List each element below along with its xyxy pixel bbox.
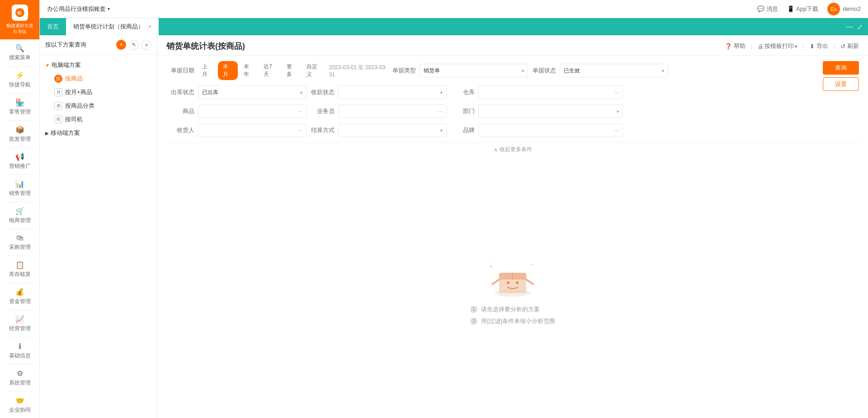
settlement-label: 结算方式 bbox=[307, 126, 338, 134]
sidebar-item-2[interactable]: 🏪零售管理 bbox=[7, 94, 33, 121]
staff-more: ··· bbox=[438, 108, 443, 114]
tree-child-1[interactable]: 月按月+商品 bbox=[40, 86, 157, 99]
template-print-button[interactable]: 🖨 按模板打印 ▾ bbox=[758, 42, 797, 50]
nav-icon-2: 🏪 bbox=[15, 98, 24, 107]
warehouse-status-value: 已出库 bbox=[202, 89, 300, 96]
avatar: Ea bbox=[827, 3, 840, 15]
collapse-bar[interactable]: ∧ 收起更多条件 bbox=[166, 142, 859, 156]
tab-close-icon[interactable]: × bbox=[148, 24, 151, 30]
tip-num-2: 2 bbox=[470, 318, 477, 325]
edit-icon: ✎ bbox=[132, 42, 136, 48]
divider2: | bbox=[802, 43, 804, 50]
brand-control[interactable]: ··· bbox=[478, 124, 623, 137]
doc-type-control[interactable]: 销货单 ▾ bbox=[420, 64, 528, 77]
nav-label-9: 资金管理 bbox=[9, 298, 31, 305]
sidebar-item-13[interactable]: 🤝企业协同 bbox=[7, 392, 33, 418]
app-download-label: App下载 bbox=[796, 5, 818, 13]
panel-header-label: 按以下方案查询 bbox=[45, 41, 86, 49]
doc-type-label: 单据类型 bbox=[388, 66, 420, 75]
edit-scheme-button[interactable]: ✎ bbox=[129, 40, 139, 50]
sidebar-item-1[interactable]: ⚡快捷导航 bbox=[7, 66, 33, 94]
left-panel: 按以下方案查询 + ✎ « ▼ 电脑端方案 bbox=[40, 35, 157, 418]
goods-control[interactable]: ··· bbox=[198, 104, 307, 118]
sidebar-item-4[interactable]: 📢营销推广 bbox=[7, 148, 33, 175]
sidebar-item-10[interactable]: 📈经营管理 bbox=[7, 310, 33, 337]
tab-active[interactable]: 销货单统计计划（按商品） × bbox=[66, 18, 159, 35]
help-icon: ❓ bbox=[725, 43, 732, 50]
tab-bar: 首页 销货单统计计划（按商品） × — ⤢ bbox=[40, 18, 868, 35]
date-group: 上月 本月 本年 近7天 更多 自定义 2023-03-01 至 2023-03… bbox=[198, 61, 388, 80]
tree-child-0[interactable]: 按按商品 bbox=[40, 72, 157, 86]
date-btn-7days[interactable]: 近7天 bbox=[259, 61, 280, 80]
child-label-2: 按商品分类 bbox=[65, 102, 94, 110]
user-profile[interactable]: Ea demo2 bbox=[827, 3, 861, 15]
sidebar-item-5[interactable]: 📊销售管理 bbox=[7, 175, 33, 202]
page-header: 销货单统计表(按商品) ❓ 帮助 | 🖨 按模板打印 ▾ | ⬇ bbox=[157, 35, 868, 56]
sidebar-item-0[interactable]: 🔍搜索菜单 bbox=[7, 39, 33, 66]
sidebar-item-8[interactable]: 📋库存核算 bbox=[7, 256, 33, 283]
warehouse-control[interactable]: ··· bbox=[478, 86, 623, 99]
industry-selector[interactable]: 办公用品行业模拟账套 ▾ bbox=[47, 5, 110, 13]
nav-icon-13: 🤝 bbox=[15, 396, 24, 405]
nav-label-11: 基础信息 bbox=[9, 352, 31, 360]
sidebar-item-7[interactable]: 🛍采购管理 bbox=[7, 229, 33, 256]
sidebar-item-6[interactable]: 🛒电商管理 bbox=[7, 202, 33, 229]
refresh-button[interactable]: ↺ 刷新 bbox=[840, 42, 859, 50]
filter-row-2: 出库状态 已出库 ▾ 收款状态 ▾ 仓库 bbox=[166, 86, 817, 99]
top-header: 办公用品行业模拟账套 ▾ 💬 消息 📱 App下载 Ea demo2 bbox=[40, 0, 868, 18]
help-button[interactable]: ❓ 帮助 bbox=[725, 42, 745, 50]
consignee-more: ··· bbox=[298, 127, 302, 133]
maximize-icon[interactable]: ⤢ bbox=[857, 23, 863, 31]
warehouse-label: 仓库 bbox=[447, 88, 478, 96]
nav-label-10: 经营管理 bbox=[9, 325, 31, 332]
brand-label: 品牌 bbox=[447, 126, 478, 134]
nav-icon-0: 🔍 bbox=[15, 44, 24, 52]
date-btn-this-year[interactable]: 本年 bbox=[240, 61, 258, 80]
sidebar-item-9[interactable]: 💰资金管理 bbox=[7, 283, 33, 310]
dept-arrow: ▾ bbox=[617, 109, 619, 114]
app-download-button[interactable]: 📱 App下载 bbox=[787, 5, 818, 13]
page-title: 销货单统计表(按商品) bbox=[166, 41, 245, 52]
collapse-panel-button[interactable]: « bbox=[142, 40, 151, 50]
tab-active-label: 销货单统计计划（按商品） bbox=[73, 23, 144, 31]
staff-control[interactable]: ··· bbox=[338, 104, 447, 118]
sidebar-item-3[interactable]: 📦批发管理 bbox=[7, 121, 33, 148]
avatar-text: Ea bbox=[831, 6, 837, 12]
warehouse-status-control[interactable]: 已出库 ▾ bbox=[198, 86, 307, 99]
user-name: demo2 bbox=[843, 5, 861, 12]
nav-label-12: 系统管理 bbox=[9, 379, 31, 387]
date-btn-custom[interactable]: 自定义 bbox=[302, 61, 326, 80]
export-icon: ⬇ bbox=[810, 43, 815, 50]
settings-button[interactable]: 设置 bbox=[823, 77, 859, 91]
add-scheme-button[interactable]: + bbox=[116, 40, 126, 50]
message-button[interactable]: 💬 消息 bbox=[757, 5, 778, 13]
date-btn-more[interactable]: 更多 bbox=[283, 61, 301, 80]
sidebar-item-12[interactable]: ⚙系统管理 bbox=[7, 365, 33, 392]
tip-num-1: 1 bbox=[470, 306, 477, 313]
payment-status-control[interactable]: ▾ bbox=[338, 86, 447, 99]
nav-label-13: 企业协同 bbox=[9, 406, 31, 414]
consignee-control[interactable]: ··· bbox=[198, 124, 307, 137]
minimize-icon[interactable]: — bbox=[846, 23, 853, 31]
svg-text:✦: ✦ bbox=[492, 261, 495, 264]
date-btn-this-month[interactable]: 本月 bbox=[218, 61, 238, 80]
tree-parent-mobile[interactable]: ▶ 移动端方案 bbox=[40, 126, 157, 140]
svg-point-7 bbox=[516, 281, 519, 284]
chevron-down-icon2: ▾ bbox=[795, 44, 797, 49]
mobile-section-label: 移动端方案 bbox=[51, 129, 80, 137]
settlement-control[interactable]: ▾ bbox=[338, 124, 447, 137]
sidebar-logo[interactable]: 畅 畅捷通好生意 标准版 bbox=[0, 0, 39, 39]
tip-text-1: 请先选择要分析的方案 bbox=[481, 305, 540, 314]
tree-parent-computer[interactable]: ▼ 电脑端方案 bbox=[40, 58, 157, 72]
sidebar-item-11[interactable]: ℹ基础信息 bbox=[7, 337, 33, 365]
warehouse-more: ··· bbox=[614, 89, 619, 95]
export-button[interactable]: ⬇ 导出 bbox=[810, 42, 828, 50]
query-button[interactable]: 查询 bbox=[823, 61, 859, 75]
dept-control[interactable]: ▾ bbox=[478, 104, 623, 118]
tree-child-3[interactable]: 司按司机 bbox=[40, 113, 157, 126]
nav-icon-4: 📢 bbox=[15, 152, 24, 161]
date-btn-last-month[interactable]: 上月 bbox=[198, 61, 216, 80]
tree-child-2[interactable]: 类按商品分类 bbox=[40, 99, 157, 113]
doc-status-control[interactable]: 已生效 ▾ bbox=[560, 64, 668, 77]
tab-home[interactable]: 首页 bbox=[40, 18, 66, 35]
